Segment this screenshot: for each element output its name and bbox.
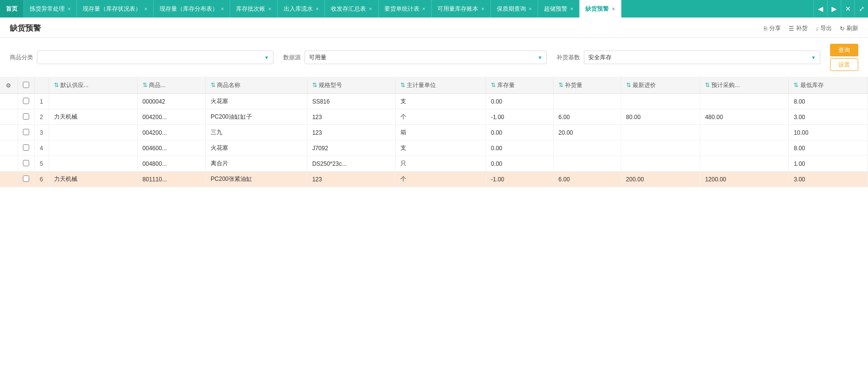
tab-prev-button[interactable]: ◀	[814, 0, 827, 18]
tab-next-button[interactable]: ▶	[827, 0, 841, 18]
row-est-purchase	[700, 141, 789, 156]
row-product-name: PC200张紧油缸	[206, 172, 307, 187]
row-settings[interactable]	[0, 156, 18, 172]
setting-button[interactable]: 设置	[830, 58, 858, 71]
row-est-purchase	[700, 125, 789, 141]
filter-category: 商品分类 ▼	[10, 51, 273, 64]
row-product-code: 004800...	[137, 156, 205, 172]
refresh-icon: ↻	[840, 25, 845, 32]
tab-expand-button[interactable]: ⤢	[854, 0, 868, 18]
row-latest-price	[621, 125, 700, 141]
row-latest-price: 200.00	[621, 172, 700, 187]
category-select[interactable]: ▼	[37, 51, 273, 64]
tab-expiry[interactable]: 保质期查询 ×	[491, 0, 538, 18]
export-button[interactable]: ↓ 导出	[815, 24, 832, 33]
col-min-stock[interactable]: ⇅ 最低库存	[789, 77, 868, 94]
page-title: 缺货预警	[10, 23, 41, 34]
data-table: ⚙ ⇅ 默认供应... ⇅ 商品... ⇅	[0, 77, 868, 187]
close-batch-tab[interactable]: ×	[268, 6, 271, 12]
row-checkbox[interactable]	[23, 144, 29, 151]
row-settings[interactable]	[0, 94, 18, 109]
row-settings[interactable]	[0, 141, 18, 156]
row-product-name: PC200油缸缸子	[206, 109, 307, 125]
row-latest-price	[621, 94, 700, 109]
col-rownum	[34, 77, 49, 94]
close-recv-summary-tab[interactable]: ×	[369, 6, 372, 12]
row-latest-price	[621, 141, 700, 156]
row-est-purchase	[700, 156, 789, 172]
row-min-stock: 3.00	[789, 172, 868, 187]
query-button[interactable]: 查询	[830, 44, 858, 56]
refresh-button[interactable]: ↻ 刷新	[840, 24, 858, 33]
row-supplier	[49, 94, 137, 109]
close-inventory-dist-tab[interactable]: ×	[221, 6, 224, 12]
tab-shortage[interactable]: 缺货预警 ×	[579, 0, 621, 18]
row-stock: 0.00	[486, 156, 553, 172]
tab-bar: 首页 拣货异常处理 × 现存量（库存状况表） × 现存量（库存分布表） × 库存…	[0, 0, 868, 18]
row-checkbox[interactable]	[23, 176, 29, 182]
row-product-name: 火花塞	[206, 94, 307, 109]
filter-datasource: 数据源 可用量 ▼	[283, 51, 547, 64]
table-row: 2 力天机械 004200... PC200油缸缸子 123 个 -1.00 6…	[0, 109, 868, 125]
close-order-stat-tab[interactable]: ×	[422, 6, 425, 12]
row-checkbox[interactable]	[23, 113, 29, 120]
gear-settings-icon[interactable]: ⚙	[6, 82, 11, 89]
col-product-code[interactable]: ⇅ 商品...	[137, 77, 205, 94]
row-settings[interactable]	[0, 125, 18, 141]
row-checkbox[interactable]	[23, 129, 29, 135]
tab-overstock[interactable]: 超储预警 ×	[538, 0, 579, 18]
table-header-row: ⚙ ⇅ 默认供应... ⇅ 商品... ⇅	[0, 77, 868, 94]
header-actions: ⎘ 分享 ☰ 补货 ↓ 导出 ↻ 刷新	[764, 24, 858, 33]
page-content: 缺货预警 ⎘ 分享 ☰ 补货 ↓ 导出 ↻ 刷新 商品分类	[0, 18, 868, 387]
col-default-supplier[interactable]: ⇅ 默认供应...	[49, 77, 137, 94]
replenish-button[interactable]: ☰ 补货	[789, 24, 808, 33]
select-all-checkbox[interactable]	[23, 82, 29, 88]
col-stock[interactable]: ⇅ 库存量	[486, 77, 553, 94]
tab-order-stat[interactable]: 要货单统计表 ×	[379, 0, 432, 18]
tab-inventory-status[interactable]: 现存量（库存状况表） ×	[77, 0, 153, 18]
row-checkbox[interactable]	[23, 160, 29, 166]
tab-exception[interactable]: 拣货异常处理 ×	[24, 0, 77, 18]
tab-available[interactable]: 可用量库存账本 ×	[432, 0, 490, 18]
close-shortage-tab[interactable]: ×	[612, 6, 615, 12]
row-stock: -1.00	[486, 172, 553, 187]
replenish-base-select[interactable]: 安全库存 ▼	[584, 51, 820, 64]
col-unit[interactable]: ⇅ 主计量单位	[395, 77, 486, 94]
row-number: 6	[34, 172, 49, 187]
col-product-name[interactable]: ⇅ 商品名称	[206, 77, 307, 94]
datasource-select[interactable]: 可用量 ▼	[305, 51, 547, 64]
tab-batch[interactable]: 库存批次账 ×	[230, 0, 277, 18]
table-row: 3 004200... 三九 123 箱 0.00 20.00 10.00	[0, 125, 868, 141]
row-settings[interactable]	[0, 172, 18, 187]
filter-replenish-base: 补货基数 安全库存 ▼	[557, 51, 820, 64]
sort-icon-code: ⇅	[143, 82, 147, 88]
close-overstock-tab[interactable]: ×	[570, 6, 573, 12]
tab-home[interactable]: 首页	[0, 0, 24, 18]
close-exception-tab[interactable]: ×	[68, 6, 71, 12]
sort-icon-unit: ⇅	[400, 82, 405, 88]
close-expiry-tab[interactable]: ×	[529, 6, 532, 12]
col-est-purchase[interactable]: ⇅ 预计采购...	[700, 77, 789, 94]
col-replenish[interactable]: ⇅ 补货量	[553, 77, 621, 94]
tab-close-all-button[interactable]: ✕	[841, 0, 854, 18]
row-stock: -1.00	[486, 109, 553, 125]
tab-nav-buttons: ◀ ▶ ✕ ⤢	[814, 0, 868, 18]
page-header: 缺货预警 ⎘ 分享 ☰ 补货 ↓ 导出 ↻ 刷新	[0, 18, 868, 38]
row-checkbox-cell	[18, 156, 34, 172]
close-available-tab[interactable]: ×	[481, 6, 484, 12]
close-inout-flow-tab[interactable]: ×	[316, 6, 319, 12]
col-spec[interactable]: ⇅ 规格型号	[307, 77, 395, 94]
tab-inventory-dist[interactable]: 现存量（库存分布表） ×	[154, 0, 230, 18]
row-product-name: 火花塞	[206, 141, 307, 156]
row-product-code: 004200...	[137, 125, 205, 141]
col-settings[interactable]: ⚙	[0, 77, 18, 94]
row-settings[interactable]	[0, 109, 18, 125]
row-checkbox[interactable]	[23, 98, 29, 104]
tab-inout-flow[interactable]: 出入库流水 ×	[278, 0, 325, 18]
close-inventory-status-tab[interactable]: ×	[144, 6, 147, 12]
col-latest-price[interactable]: ⇅ 最新进价	[621, 77, 700, 94]
row-latest-price: 80.00	[621, 109, 700, 125]
share-button[interactable]: ⎘ 分享	[764, 24, 781, 33]
row-latest-price	[621, 156, 700, 172]
tab-recv-summary[interactable]: 收发存汇总表 ×	[325, 0, 378, 18]
